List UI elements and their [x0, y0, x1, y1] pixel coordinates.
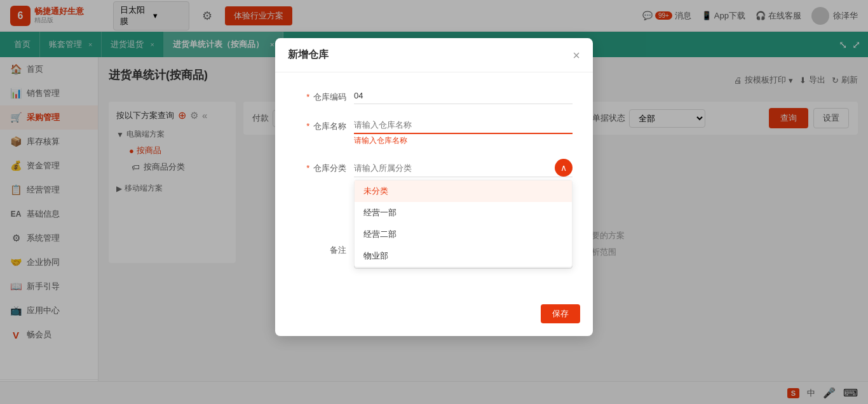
- warehouse-code-input[interactable]: [354, 88, 573, 104]
- form-name-wrap: 请输入仓库名称: [354, 117, 573, 146]
- form-code-label: * 仓库编码: [295, 88, 346, 103]
- category-input-wrap: ∧: [354, 159, 573, 177]
- form-category-wrap: ∧ 未分类 经营一部 经营二部 物业部: [354, 159, 573, 177]
- dropdown-item-dept1[interactable]: 经营一部: [355, 202, 572, 224]
- form-row-code: * 仓库编码: [295, 88, 573, 104]
- required-star-code: *: [306, 92, 309, 102]
- form-name-label: * 仓库名称: [295, 117, 346, 132]
- category-dropdown: 未分类 经营一部 经营二部 物业部: [354, 180, 573, 267]
- dropdown-item-uncategorized[interactable]: 未分类: [355, 180, 572, 202]
- dialog-close-icon[interactable]: ×: [573, 49, 580, 62]
- dialog-header: 新增仓库 ×: [275, 38, 593, 72]
- dropdown-item-dept2[interactable]: 经营二部: [355, 224, 572, 245]
- form-code-wrap: [354, 88, 573, 104]
- form-category-label: * 仓库分类: [295, 159, 346, 174]
- warehouse-name-input[interactable]: [354, 117, 573, 134]
- name-error-message: 请输入仓库名称: [354, 135, 573, 146]
- dropdown-item-property[interactable]: 物业部: [355, 245, 572, 267]
- required-star-name: *: [306, 121, 309, 131]
- warehouse-category-input[interactable]: [354, 160, 555, 176]
- dialog-footer: 保存: [275, 297, 593, 336]
- save-button[interactable]: 保存: [541, 304, 580, 323]
- dialog-body: * 仓库编码 * 仓库名称 请输入仓库名称 * 仓库分类: [275, 72, 593, 297]
- required-star-category: *: [306, 163, 309, 173]
- add-warehouse-dialog: 新增仓库 × * 仓库编码 * 仓库名称 请输入仓库名称: [275, 38, 593, 336]
- dialog-title: 新增仓库: [288, 48, 329, 62]
- form-note-label: 备注: [295, 241, 346, 256]
- form-row-category: * 仓库分类 ∧ 未分类 经营一部 经营二部 物业部: [295, 159, 573, 177]
- category-toggle-icon[interactable]: ∧: [555, 159, 573, 177]
- form-row-name: * 仓库名称 请输入仓库名称: [295, 117, 573, 146]
